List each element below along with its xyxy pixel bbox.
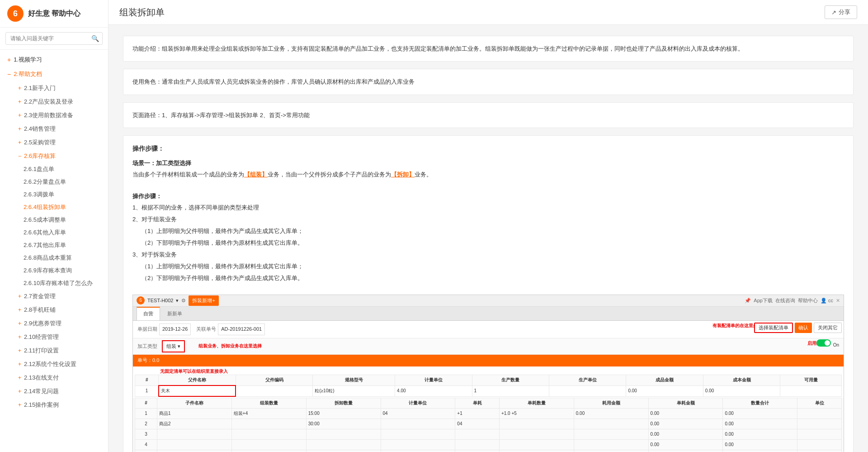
sidebar-item-2-6-2[interactable]: 2.6.2分量盘点单 xyxy=(18,176,108,188)
mock-type-label: 加工类型 xyxy=(137,342,157,351)
mock-tab-new[interactable]: 新新单 xyxy=(161,308,189,320)
search-box[interactable]: 🔍 xyxy=(0,28,108,50)
sidebar-item-2-5[interactable]: + 2.5采购管理 xyxy=(13,136,108,149)
sidebar-label: 2.12系统个性化设置 xyxy=(24,360,76,368)
page-title: 组装拆卸单 xyxy=(119,6,165,19)
nav-group-1: + 1.视频学习 xyxy=(0,52,108,67)
annotation-free-entry: 无固定清单可以在组织里直接录入 xyxy=(160,367,228,376)
sidebar-item-2-3[interactable]: + 2.3使用前数据准备 xyxy=(13,109,108,122)
sidebar-item-2-6[interactable]: − 2.6库存核算 xyxy=(13,149,108,163)
sub-td-unit-cost: 0.00 xyxy=(648,419,723,429)
step3: 3、对于拆装业务 xyxy=(132,249,844,261)
sidebar-item-2-11[interactable]: + 2.11打印设置 xyxy=(13,344,108,357)
main-header: 组装拆卸单 ↗ 分享 xyxy=(108,0,868,25)
table-row: 5 0.00 0.00 xyxy=(135,450,842,452)
th-parent-name: 父件名称 xyxy=(159,375,236,386)
mock-type-value[interactable]: 组装 ▾ xyxy=(162,340,185,353)
sub-td-name: 商品1 xyxy=(157,409,231,419)
mock-section-label: 单号：0.0 xyxy=(137,356,159,365)
sidebar-item-2-13[interactable]: + 2.13在线支付 xyxy=(13,371,108,385)
mock-tab-active[interactable]: 自营 xyxy=(137,307,160,320)
sidebar-item-2-6-3[interactable]: 2.6.3调拨单 xyxy=(18,188,108,201)
table-row: 3 0.00 0.00 xyxy=(135,429,842,440)
path-text: 页面路径：1、库存核算->库存管理->组装拆卸单 2、首页->常用功能 xyxy=(132,112,310,119)
sub-th-total-qty: 数量合计 xyxy=(723,398,797,409)
mock-close-icon[interactable]: ✕ xyxy=(836,296,840,305)
sidebar-label: 2.10经营管理 xyxy=(24,333,59,341)
plus-icon: + xyxy=(18,85,21,91)
sidebar-label: 2.3使用前数据准备 xyxy=(24,111,73,119)
sub-th-name: 子件名称 xyxy=(157,398,231,409)
sidebar-item-video[interactable]: + 1.视频学习 xyxy=(0,52,108,67)
sub-th-consump-amt: 耗用金额 xyxy=(574,398,648,409)
sidebar-item-2-2[interactable]: + 2.2产品安装及登录 xyxy=(13,95,108,109)
mock-dropdown-icon: ▾ xyxy=(176,296,179,305)
sidebar-item-2-6-5[interactable]: 2.6.5成本调整单 xyxy=(18,214,108,226)
sub-td-total-qty: 0.00 xyxy=(723,419,797,429)
sidebar-item-2-9[interactable]: + 2.9优惠券管理 xyxy=(13,317,108,330)
td-qty: 1 xyxy=(472,385,549,396)
sidebar-label: 2.1新手入门 xyxy=(24,84,56,92)
mock-btn-bom[interactable]: 选择装配清单 xyxy=(754,323,793,333)
mock-icon4: 在线咨询 xyxy=(775,296,795,305)
th-spec: 规格型号 xyxy=(313,375,395,386)
plus-icon: + xyxy=(18,388,21,395)
mock-icon5: 帮助中心 xyxy=(798,296,818,305)
sub-td-assemble xyxy=(231,419,306,429)
intro-card: 功能介绍：组装拆卸单用来处理企业组装或拆卸等加工业务，支持有固定装配清单的产品加… xyxy=(123,36,854,62)
nav-child-list-2-6: 2.6.1盘点单 2.6.2分量盘点单 2.6.3调拨单 2.6.4组装拆卸单 … xyxy=(13,163,108,290)
plus-icon: + xyxy=(18,375,21,381)
sidebar-item-2-14[interactable]: + 2.14常见问题 xyxy=(13,385,108,398)
td-unit: 4.00 xyxy=(395,385,472,396)
intro-text: 功能介绍：组装拆卸单用来处理企业组装或拆卸等加工业务，支持有固定装配清单的产品加… xyxy=(132,45,744,52)
th-available: 可用量 xyxy=(780,375,842,386)
step2-2: （2）下部明细为子件明细，最终作为原材料生成其它出库单。 xyxy=(132,237,844,249)
role-text: 使用角色：通常由生产人员或库管人员完成拆装业务的操作，库管人员确认原材料的出库和… xyxy=(132,78,415,85)
sub-td-unit2 xyxy=(797,419,842,429)
mock-btn-confirm[interactable]: 确认 xyxy=(795,323,812,333)
sub-td-unit xyxy=(381,419,455,429)
plus-icon: + xyxy=(18,347,21,354)
mock-date-label: 单据日期 xyxy=(137,325,157,334)
sidebar-label: 2.14常见问题 xyxy=(24,387,59,395)
th-cost: 成本金额 xyxy=(703,375,780,386)
mock-btn-new[interactable]: 拆装新增+ xyxy=(189,295,218,306)
scenario1-desc: 当由多个子件材料组装成一个成品的业务为【组装】业务，当由一个父件拆分成多个子产品… xyxy=(132,169,844,181)
mock-annotation-row: 无固定清单可以在组织里直接录入 xyxy=(133,366,844,375)
sub-td-consump-qty xyxy=(499,419,574,429)
sidebar-item-2-6-6[interactable]: 2.6.6其他入库单 xyxy=(18,226,108,239)
sidebar-item-2-12[interactable]: + 2.12系统个性化设置 xyxy=(13,357,108,371)
sidebar-item-2-7[interactable]: + 2.7资金管理 xyxy=(13,290,108,303)
sidebar-item-2-6-10[interactable]: 2.6.10库存账本错了怎么办 xyxy=(18,277,108,290)
sub-td-unit-cost: 0.00 xyxy=(648,409,723,419)
sidebar-item-2-15[interactable]: + 2.15操作案例 xyxy=(13,398,108,412)
table-row: 2 商品2 30:00 04 0.00 0.00 xyxy=(135,419,842,429)
sidebar-item-2-4[interactable]: + 2.4销售管理 xyxy=(13,122,108,136)
mock-date-value: 2019-12-26 xyxy=(159,324,191,335)
search-input[interactable] xyxy=(5,32,103,45)
sidebar-item-2-6-1[interactable]: 2.6.1盘点单 xyxy=(18,163,108,176)
ops-steps-label: 操作步骤： xyxy=(132,191,844,201)
th-parent-code: 父件编码 xyxy=(236,375,312,386)
sidebar-label: 2.7资金管理 xyxy=(24,292,56,300)
share-button[interactable]: ↗ 分享 xyxy=(825,5,857,19)
sidebar-item-docs[interactable]: − 2.帮助文档 xyxy=(0,67,108,81)
th-prod-amount: 成品金额 xyxy=(626,375,703,386)
operations-title: 操作步骤： xyxy=(132,143,844,154)
nav-sub-list-2: + 2.1新手入门 + 2.2产品安装及登录 + 2.3使用前数据准备 + 2.… xyxy=(0,81,108,412)
step3-2: （2）下部明细为子件明细，最终作为产成品生成其它入库单。 xyxy=(132,272,844,284)
sidebar-item-2-6-9[interactable]: 2.6.9库存账本查询 xyxy=(18,264,108,277)
sidebar-item-2-6-4[interactable]: 2.6.4组装拆卸单 xyxy=(18,201,108,214)
sidebar-item-2-6-7[interactable]: 2.6.7其他出库单 xyxy=(18,239,108,252)
table-row: 4 0.00 0.00 xyxy=(135,440,842,450)
sidebar-item-2-1[interactable]: + 2.1新手入门 xyxy=(13,81,108,95)
sub-td-num: 1 xyxy=(135,409,157,419)
mock-btn-close-other[interactable]: 关闭其它 xyxy=(814,323,842,333)
table-row: 1 关木 粒(≥10粒) 4.00 1 0.00 0.00 xyxy=(135,385,842,396)
sidebar-item-2-10[interactable]: + 2.10经营管理 xyxy=(13,330,108,344)
mock-toggle[interactable] xyxy=(816,339,831,347)
sidebar-item-2-8[interactable]: + 2.8手机旺铺 xyxy=(13,303,108,317)
sidebar-item-2-6-8[interactable]: 2.6.8商品成本重算 xyxy=(18,252,108,264)
sidebar-item-label: 1.视频学习 xyxy=(14,56,42,64)
mock-icon1: ⚙ xyxy=(181,296,186,305)
